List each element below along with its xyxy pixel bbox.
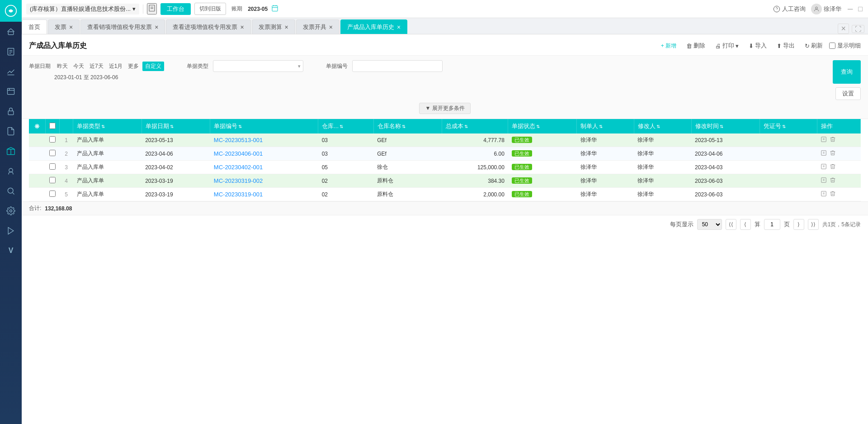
print-button[interactable]: 🖨 打印 ▾ xyxy=(712,40,742,52)
col-checkbox[interactable] xyxy=(46,119,60,133)
col-doc-date[interactable]: 单据日期⇅ xyxy=(142,119,210,133)
delete-row-icon[interactable] xyxy=(830,191,836,198)
tab-product-history-close[interactable]: × xyxy=(397,24,401,30)
import-button[interactable]: ⬇ 导入 xyxy=(745,40,770,52)
tab-purchase-vat-close[interactable]: × xyxy=(240,24,244,30)
tab-invoice-calc-close[interactable]: × xyxy=(285,24,288,30)
sidebar-item-stamp[interactable] xyxy=(0,161,22,181)
col-warehouse-code[interactable]: 仓库...⇅ xyxy=(318,119,374,133)
row-doc-number[interactable]: MC-20230406-001 xyxy=(210,147,318,161)
col-doc-status[interactable]: 单据状态⇅ xyxy=(508,119,577,133)
row-checkbox-cell[interactable] xyxy=(46,174,60,188)
export-button[interactable]: ⬆ 导出 xyxy=(773,40,798,52)
delete-row-icon[interactable] xyxy=(830,150,836,157)
prev-page-button[interactable]: ⟨ xyxy=(740,219,751,230)
tab-invoice-open[interactable]: 发票开具 × xyxy=(296,19,340,34)
row-doc-number[interactable]: MC-20230319-002 xyxy=(210,174,318,188)
sidebar-item-play[interactable] xyxy=(0,221,22,241)
row-checkbox[interactable] xyxy=(49,191,56,197)
edit-icon[interactable] xyxy=(821,191,827,198)
sidebar-item-reports[interactable] xyxy=(0,181,22,201)
next-page-button[interactable]: ⟩ xyxy=(793,219,804,230)
new-button[interactable]: + 新增 xyxy=(657,40,680,52)
row-checkbox-cell[interactable] xyxy=(46,147,60,161)
company-selector[interactable]: (库存核算）直播轻娱通信息技术股份... ▾ xyxy=(26,4,139,14)
row-checkbox[interactable] xyxy=(49,177,56,183)
page-number-input[interactable] xyxy=(764,219,780,230)
tab-sales-vat[interactable]: 查看销项增值税专用发票 × xyxy=(80,19,165,34)
row-doc-number[interactable]: MC-20230319-001 xyxy=(210,188,318,201)
first-page-button[interactable]: ⟨⟨ xyxy=(726,219,736,230)
expand-filter-button[interactable]: ▼ 展开更多条件 xyxy=(419,103,470,114)
settings-icon[interactable] xyxy=(33,122,42,131)
date-today[interactable]: 今天 xyxy=(71,62,86,71)
edit-icon[interactable] xyxy=(821,136,827,144)
back-button[interactable]: 切到旧版 xyxy=(194,3,226,15)
row-checkbox[interactable] xyxy=(49,136,56,143)
col-warehouse-name[interactable]: 仓库名称⇅ xyxy=(373,119,442,133)
display-detail-toggle[interactable]: 显示明细 xyxy=(829,42,861,50)
sidebar-item-settings[interactable] xyxy=(0,201,22,221)
date-7days[interactable]: 近7天 xyxy=(88,62,105,71)
last-page-button[interactable]: ⟩⟩ xyxy=(808,219,819,230)
date-1month[interactable]: 近1月 xyxy=(107,62,125,71)
col-settings[interactable] xyxy=(29,119,46,133)
tab-sales-vat-close[interactable]: × xyxy=(155,24,158,30)
tab-invoice-open-close[interactable]: × xyxy=(329,24,333,30)
tab-close-all[interactable]: × xyxy=(838,24,849,34)
calendar-icon[interactable] xyxy=(271,5,278,13)
doc-number-link[interactable]: MC-20230319-002 xyxy=(214,177,263,184)
row-doc-number[interactable]: MC-20230513-001 xyxy=(210,133,318,147)
edit-icon[interactable] xyxy=(821,150,827,157)
user-menu[interactable]: 徐泽华 xyxy=(811,4,841,14)
col-modify-time[interactable]: 修改时间⇅ xyxy=(691,119,760,133)
maximize-button[interactable]: □ xyxy=(857,4,863,14)
display-detail-checkbox[interactable] xyxy=(829,43,835,49)
support-button[interactable]: 人工咨询 xyxy=(773,5,806,13)
sidebar-item-v[interactable]: V xyxy=(0,241,22,261)
tab-invoice-calc[interactable]: 发票测算 × xyxy=(252,19,295,34)
col-doc-type[interactable]: 单据类型⇅ xyxy=(73,119,142,133)
row-checkbox[interactable] xyxy=(49,150,56,156)
row-checkbox-cell[interactable] xyxy=(46,133,60,147)
delete-row-icon[interactable] xyxy=(830,136,836,144)
refresh-button[interactable]: ↻ 刷新 xyxy=(801,40,826,52)
col-voucher[interactable]: 凭证号⇅ xyxy=(760,119,817,133)
sidebar-item-invoice[interactable] xyxy=(0,42,22,62)
workbench-button[interactable]: 工作台 xyxy=(160,3,191,15)
tab-product-history[interactable]: 产成品入库单历史 × xyxy=(340,19,407,34)
per-page-select[interactable]: 50 100 200 xyxy=(697,219,722,230)
delete-row-icon[interactable] xyxy=(830,177,836,185)
row-checkbox[interactable] xyxy=(49,163,56,170)
date-yesterday[interactable]: 昨天 xyxy=(55,62,70,71)
filter-settings-button[interactable]: 设置 xyxy=(835,87,861,100)
date-more[interactable]: 更多 xyxy=(126,62,141,71)
minimize-button[interactable]: ─ xyxy=(847,4,854,14)
edit-icon[interactable] xyxy=(821,177,827,185)
tab-invoice-close[interactable]: × xyxy=(69,24,73,30)
tab-home[interactable]: 首页 xyxy=(22,19,47,34)
col-modifier[interactable]: 修改人⇅ xyxy=(634,119,691,133)
row-checkbox-cell[interactable] xyxy=(46,188,60,201)
delete-button[interactable]: 🗑 删除 xyxy=(683,40,709,52)
doc-number-link[interactable]: MC-20230513-001 xyxy=(214,137,263,143)
tab-maximize[interactable]: ⛶ xyxy=(852,25,864,33)
doc-icon-button[interactable] xyxy=(147,3,157,14)
tab-purchase-vat[interactable]: 查看进项增值税专用发票 × xyxy=(166,19,250,34)
doc-number-link[interactable]: MC-20230319-001 xyxy=(214,191,263,198)
doc-type-select[interactable] xyxy=(213,60,303,72)
sidebar-item-home[interactable] xyxy=(0,22,22,42)
query-button[interactable]: 查询 xyxy=(833,60,861,84)
date-custom[interactable]: 自定义 xyxy=(142,62,164,71)
row-doc-number[interactable]: MC-20230402-001 xyxy=(210,161,318,174)
sidebar-item-lock[interactable] xyxy=(0,101,22,121)
row-checkbox-cell[interactable] xyxy=(46,161,60,174)
select-all-checkbox[interactable] xyxy=(49,123,56,129)
tab-invoice[interactable]: 发票 × xyxy=(48,19,80,34)
col-doc-number[interactable]: 单据编号⇅ xyxy=(210,119,318,133)
delete-row-icon[interactable] xyxy=(830,163,836,171)
sidebar-item-chart[interactable] xyxy=(0,62,22,81)
col-creator[interactable]: 制单人⇅ xyxy=(577,119,634,133)
edit-icon[interactable] xyxy=(821,163,827,171)
doc-number-input[interactable] xyxy=(352,60,443,72)
